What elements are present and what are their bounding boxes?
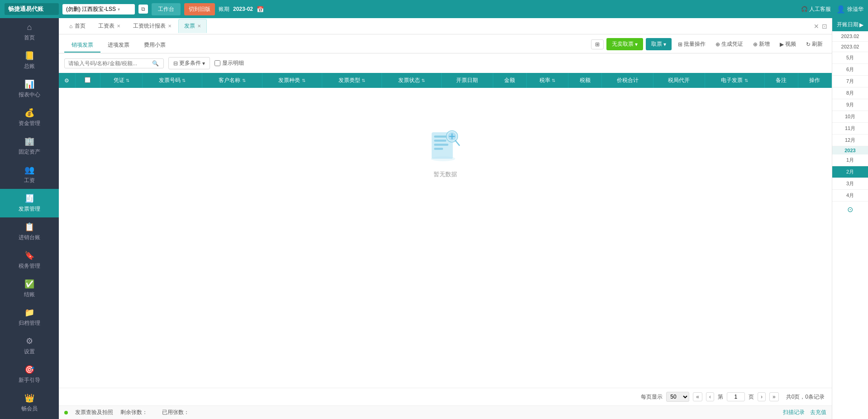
reports-icon: 📊: [24, 79, 34, 89]
col-amount[interactable]: 金额: [493, 73, 526, 88]
sub-tab-incoming[interactable]: 进项发票: [100, 39, 137, 53]
month-1[interactable]: 1月: [832, 154, 868, 166]
next-page-button[interactable]: ›: [758, 392, 766, 401]
sidebar-item-assets[interactable]: 🏢 固定资产: [0, 132, 59, 160]
sidebar-item-label: 进销台账: [19, 234, 40, 241]
last-page-button[interactable]: »: [769, 392, 779, 401]
tax-icon: 🔖: [24, 250, 34, 260]
close-panel-button[interactable]: ✕: [814, 23, 819, 30]
sub-tab-outgoing[interactable]: 销项发票: [64, 39, 100, 53]
maximize-panel-button[interactable]: ⊡: [822, 23, 827, 30]
more-conditions-button[interactable]: ⊟ 更多条件 ▾: [168, 57, 210, 69]
sidebar-item-salary[interactable]: 👥 工资: [0, 160, 59, 189]
customer-service-btn[interactable]: 🎧 人工客服: [801, 5, 831, 13]
first-page-button[interactable]: «: [693, 392, 702, 401]
search-icon[interactable]: 🔍: [152, 60, 159, 67]
tab-salary-sheet-close-icon[interactable]: ✕: [117, 24, 120, 29]
user-area[interactable]: 👤 徐溢华: [836, 5, 863, 14]
sidebar-item-funds[interactable]: 💰 资金管理: [0, 103, 59, 132]
col-invoice-type[interactable]: 发票种类 ⇅: [262, 73, 322, 88]
copy-button[interactable]: ⧉: [138, 5, 148, 14]
sidebar-item-guide[interactable]: 🎯 新手引导: [0, 360, 59, 389]
tab-invoice[interactable]: 发票 ✕: [178, 19, 207, 33]
search-input[interactable]: [68, 60, 150, 67]
col-action[interactable]: 操作: [798, 73, 831, 88]
tab-invoice-close-icon[interactable]: ✕: [197, 24, 201, 29]
invoice-btn[interactable]: 取票 ▾: [646, 38, 672, 50]
sidebar-item-archive[interactable]: 📁 归档管理: [0, 303, 59, 332]
no-invoice-btn[interactable]: 无卖取票 ▾: [606, 38, 643, 50]
month-3[interactable]: 3月: [832, 178, 868, 190]
generate-voucher-button[interactable]: ⊕ 生成凭证: [712, 38, 747, 50]
month-10[interactable]: 10月: [832, 111, 868, 123]
col-customer[interactable]: 客户名称 ⇅: [202, 73, 262, 88]
month-9[interactable]: 9月: [832, 99, 868, 111]
sidebar-item-sales[interactable]: 📋 进销台账: [0, 217, 59, 246]
month-8[interactable]: 8月: [832, 87, 868, 99]
sort-icon: ⇅: [362, 78, 365, 83]
scan-records-link[interactable]: 扫描记录: [783, 409, 805, 416]
month-6[interactable]: 6月: [832, 64, 868, 76]
sidebar-item-invoice[interactable]: 🧾 发票管理: [0, 189, 59, 217]
unpin-button[interactable]: ◂ ↤取消固定: [0, 417, 59, 419]
col-tax-bureau[interactable]: 税局代开: [653, 73, 705, 88]
col-total[interactable]: 价税合计: [602, 73, 653, 88]
sidebar-item-home[interactable]: ⌂ 首页: [0, 18, 59, 46]
svg-rect-5: [434, 148, 443, 150]
tab-salary-report-close-icon[interactable]: ✕: [168, 24, 172, 29]
batch-ops-button[interactable]: ⊞ 批量操作: [674, 38, 709, 50]
recharge-link[interactable]: 去充值: [810, 409, 826, 416]
col-remark[interactable]: 备注: [764, 73, 798, 88]
sidebar-item-label: 税务管理: [19, 262, 40, 270]
period-2023-02-second[interactable]: 2023.02: [832, 42, 868, 52]
video-button[interactable]: ▶ 视频: [776, 38, 800, 50]
month-5[interactable]: 5月: [832, 52, 868, 64]
col-e-invoice[interactable]: 电子发票 ⇅: [705, 73, 764, 88]
tab-salary-sheet[interactable]: 工资表 ✕: [92, 19, 126, 33]
new-invoice-button[interactable]: ⊕ 新增: [749, 38, 773, 50]
period-2023-02-first[interactable]: 2023.02: [832, 31, 868, 42]
tab-home[interactable]: ⌂ 首页: [63, 19, 91, 33]
sidebar-item-reports[interactable]: 📊 报表中心: [0, 75, 59, 103]
grid-view-button[interactable]: ⊞: [591, 39, 604, 49]
col-issue-date[interactable]: 开票日期: [442, 73, 493, 88]
col-voucher[interactable]: 凭证 ⇅: [100, 73, 143, 88]
video-icon: ▶: [780, 41, 784, 48]
show-detail-wrap[interactable]: 显示明细: [215, 59, 244, 67]
month-11[interactable]: 11月: [832, 123, 868, 135]
month-7[interactable]: 7月: [832, 76, 868, 87]
sidebar-item-label: 报表中心: [19, 91, 40, 99]
month-4[interactable]: 4月: [832, 190, 868, 202]
company-selector[interactable]: (勿删) 江西股宝-LSS ▾: [62, 4, 135, 14]
workstation-button[interactable]: 工作台: [152, 3, 181, 15]
page-size-select[interactable]: 50 10 20 100: [666, 392, 689, 402]
month-2[interactable]: 2月: [832, 166, 868, 178]
year-2023-label: 2023: [832, 146, 868, 154]
col-invoice-category[interactable]: 发票类型 ⇅: [322, 73, 382, 88]
refresh-button[interactable]: ↻ 刷新: [802, 38, 826, 50]
show-detail-checkbox[interactable]: [215, 60, 220, 66]
col-checkbox[interactable]: [75, 73, 100, 88]
sidebar-item-ledger[interactable]: 📒 总账: [0, 46, 59, 75]
prev-page-button[interactable]: ‹: [706, 392, 714, 401]
sub-tab-expense[interactable]: 费用小票: [137, 39, 173, 53]
month-12[interactable]: 12月: [832, 135, 868, 146]
page-input[interactable]: [727, 392, 745, 401]
sort-icon: ⇅: [302, 78, 305, 83]
scroll-to-current-button[interactable]: ⊙: [832, 202, 868, 217]
col-invoice-status[interactable]: 发票状态 ⇅: [382, 73, 441, 88]
switch-old-button[interactable]: 切到旧版: [184, 3, 215, 15]
sidebar-item-tax[interactable]: 🔖 税务管理: [0, 246, 59, 275]
tab-salary-report[interactable]: 工资统计报表 ✕: [127, 19, 177, 33]
col-settings[interactable]: ⚙: [59, 73, 75, 88]
select-all-checkbox[interactable]: [85, 77, 91, 83]
sidebar-item-member[interactable]: 👑 畅会员: [0, 389, 59, 417]
col-tax-amount[interactable]: 税额: [568, 73, 602, 88]
sort-icon: ⇅: [182, 78, 186, 83]
sidebar-item-checkout[interactable]: ✅ 结账: [0, 275, 59, 303]
open-period-header[interactable]: 开账日期 ▶: [832, 18, 868, 31]
sidebar-item-label: 总账: [24, 63, 35, 70]
col-invoice-no[interactable]: 发票号码 ⇅: [143, 73, 202, 88]
col-tax-rate[interactable]: 税率 ⇅: [526, 73, 568, 88]
sidebar-item-settings[interactable]: ⚙ 设置: [0, 332, 59, 360]
